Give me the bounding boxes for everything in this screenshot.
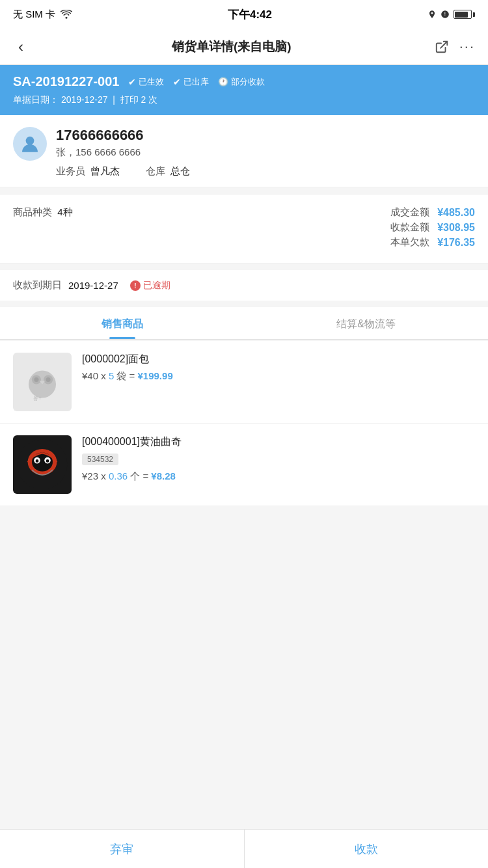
avatar-icon: [20, 133, 40, 154]
product-1-info: [0000002]面包 ¥40 x 5 袋 = ¥199.99: [82, 353, 475, 411]
tab-settlement[interactable]: 结算&物流等: [244, 307, 488, 339]
debt-amount-label: 本单欠款: [390, 236, 429, 249]
collect-payment-button[interactable]: 收款: [245, 830, 489, 868]
received-amount-label: 收款金额: [390, 221, 429, 234]
status-left: 无 SIM 卡: [13, 8, 72, 21]
product-2-qty: 0.36: [109, 470, 128, 481]
warehouse-value: 总仓: [170, 165, 190, 178]
debt-amount-value: ¥176.35: [437, 237, 475, 249]
customer-id: 17666666666: [56, 127, 475, 144]
svg-line-0: [441, 41, 447, 47]
order-header-top: SA-20191227-001 ✔ 已生效 ✔ 已出库 🕐 部分收款: [13, 74, 475, 89]
total-amount-label: 成交金额: [390, 206, 429, 219]
warehouse-label: 仓库: [146, 165, 165, 178]
owl-icon: 兽+: [20, 359, 65, 405]
product-type-info: 商品种类 4种: [13, 206, 73, 219]
product-2-sku: 534532: [82, 454, 118, 465]
product-1-thumbnail: 兽+: [13, 353, 72, 411]
received-amount-line: 收款金额 ¥308.95: [390, 221, 475, 234]
tabs-section: 销售商品 结算&物流等: [0, 307, 488, 340]
amount-info: 成交金额 ¥485.30 收款金额 ¥308.95 本单欠款 ¥176.35: [390, 206, 475, 251]
customer-section: 17666666666 张，156 6666 6666 业务员 曾凡杰 仓库 总…: [0, 115, 488, 187]
product-2-info: [000400001]黄油曲奇 534532 ¥23 x 0.36 个 = ¥8…: [82, 435, 475, 494]
tab-sales-products[interactable]: 销售商品: [0, 307, 244, 339]
clock-icon: 🕐: [218, 77, 228, 87]
bottom-bar: 弃审 收款: [0, 829, 488, 868]
page-title: 销货单详情(来自电脑): [172, 38, 291, 55]
location-icon: [427, 10, 437, 19]
svg-point-14: [36, 459, 39, 463]
svg-text:兽+: 兽+: [33, 395, 42, 401]
overdue-text: 已逾期: [143, 280, 170, 292]
product-item: 兽+ [0000002]面包 ¥40 x 5 袋 = ¥199.99: [0, 341, 488, 424]
received-amount-value: ¥308.95: [437, 222, 475, 234]
product-type-count: 4种: [57, 206, 72, 217]
badge-partial-payment: 🕐 部分收款: [218, 76, 265, 88]
customer-phone: 张，156 6666 6666: [56, 146, 475, 159]
product-2-thumbnail: [13, 435, 72, 494]
salesperson-item: 业务员 曾凡杰: [56, 165, 120, 178]
share-icon[interactable]: [435, 40, 449, 54]
more-button[interactable]: ···: [459, 38, 475, 55]
product-1-price: ¥40 x 5 袋 = ¥199.99: [82, 370, 475, 383]
check-icon-2: ✔: [173, 77, 181, 87]
svg-point-15: [46, 459, 49, 463]
summary-section: 商品种类 4种 成交金额 ¥485.30 收款金额 ¥308.95 本单欠款 ¥…: [0, 194, 488, 264]
wifi-icon: [61, 10, 72, 19]
cancel-review-button[interactable]: 弃审: [0, 830, 245, 868]
order-id: SA-20191227-001: [13, 74, 119, 89]
product-1-qty: 5: [109, 370, 114, 381]
order-header: SA-20191227-001 ✔ 已生效 ✔ 已出库 🕐 部分收款 单据日期：…: [0, 65, 488, 115]
product-2-price: ¥23 x 0.36 个 = ¥8.28: [82, 470, 475, 483]
svg-point-1: [26, 137, 34, 145]
due-date-label: 收款到期日: [13, 279, 62, 292]
products-section: 兽+ [0000002]面包 ¥40 x 5 袋 = ¥199.99: [0, 341, 488, 506]
status-bar: 无 SIM 卡 下午4:42: [0, 0, 488, 29]
customer-meta: 业务员 曾凡杰 仓库 总仓: [56, 165, 475, 178]
badge-effective: ✔ 已生效: [128, 76, 164, 88]
product-1-total: ¥199.99: [138, 370, 173, 381]
order-meta: 单据日期： 2019-12-27 | 打印 2 次: [13, 94, 475, 106]
avatar: [13, 127, 47, 161]
product-type-label: 商品种类: [13, 206, 52, 217]
summary-row: 商品种类 4种 成交金额 ¥485.30 收款金额 ¥308.95 本单欠款 ¥…: [13, 206, 475, 251]
nav-actions: ···: [435, 38, 475, 55]
badge-shipped: ✔ 已出库: [173, 76, 209, 88]
status-right: [427, 10, 475, 19]
nav-bar: ‹ 销货单详情(来自电脑) ···: [0, 29, 488, 65]
due-date-section: 收款到期日 2019-12-27 ! 已逾期: [0, 270, 488, 301]
svg-point-6: [46, 377, 51, 382]
customer-info: 17666666666 张，156 6666 6666 业务员 曾凡杰 仓库 总…: [56, 127, 475, 178]
alarm-icon: [441, 10, 450, 19]
total-amount-value: ¥485.30: [437, 207, 475, 219]
back-button[interactable]: ‹: [13, 33, 29, 61]
debt-amount-line: 本单欠款 ¥176.35: [390, 236, 475, 249]
check-icon-1: ✔: [128, 77, 136, 87]
total-amount-line: 成交金额 ¥485.30: [390, 206, 475, 219]
product-2-name: [000400001]黄油曲奇: [82, 435, 475, 449]
battery-indicator: [454, 10, 475, 19]
overdue-badge: ! 已逾期: [130, 280, 170, 292]
due-date-value: 2019-12-27: [68, 280, 118, 291]
ninja-icon: [16, 439, 68, 491]
carrier-label: 无 SIM 卡: [13, 8, 55, 21]
svg-point-5: [34, 377, 38, 382]
warehouse-item: 仓库 总仓: [146, 165, 190, 178]
status-time: 下午4:42: [228, 7, 272, 22]
product-item: [000400001]黄油曲奇 534532 ¥23 x 0.36 个 = ¥8…: [0, 424, 488, 506]
overdue-icon: !: [130, 280, 141, 291]
product-1-name: [0000002]面包: [82, 353, 475, 366]
salesperson-value: 曾凡杰: [90, 165, 120, 178]
salesperson-label: 业务员: [56, 165, 85, 178]
product-2-total: ¥8.28: [151, 470, 176, 481]
